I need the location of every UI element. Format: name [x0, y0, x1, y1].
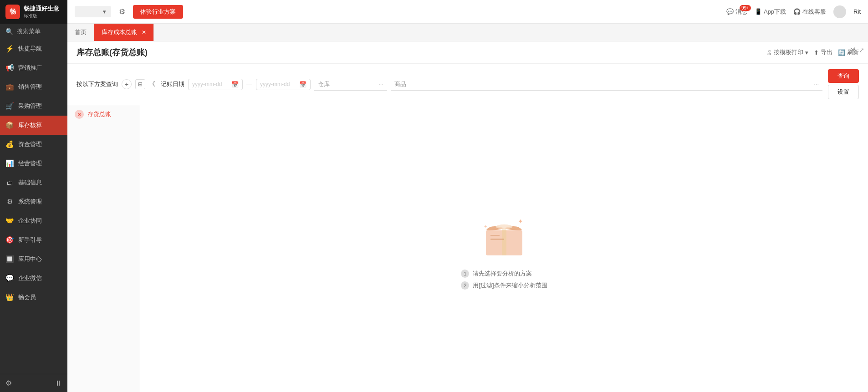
app-download-label: App下载 [764, 8, 786, 16]
export-icon: ⬆ [814, 49, 819, 56]
chevron-down-icon: ▾ [103, 8, 106, 15]
tab-home[interactable]: 首页 [67, 24, 94, 41]
page-content: 库存总账(存货总账) 🖨 按模板打印 ▾ ⬆ 导出 🔄 刷新 [67, 41, 868, 392]
topbar: ▾ ⚙ 体验行业方案 💬 消息 99+ 📱 App下载 🎧 在线客服 Rit [67, 0, 868, 24]
nav-label-system: 系统管理 [18, 198, 42, 206]
marketing-icon: 📢 [5, 64, 14, 72]
print-icon: 🖨 [766, 49, 772, 56]
topbar-selector[interactable]: ▾ [75, 6, 111, 17]
sidebar-item-purchase[interactable]: 🛒 采购管理 [0, 97, 67, 116]
nav-label-marketing: 营销推广 [18, 64, 42, 72]
logo-icon: 畅 [5, 5, 20, 19]
sidebar-item-inventory[interactable]: 📦 库存核算 [0, 116, 67, 135]
nav-label-vip: 畅会员 [18, 293, 36, 301]
sidebar: 畅 畅捷通好生意 标准版 🔍 搜索菜单 ⚡ 快捷导航 📢 营销推广 💼 销售管理… [0, 0, 67, 392]
sidebar-item-cooperation[interactable]: 🤝 企业协同 [0, 211, 67, 230]
svg-rect-3 [490, 239, 504, 240]
nav-label-basic: 基础信息 [18, 178, 42, 187]
finance-icon: 💰 [5, 140, 14, 148]
user-avatar[interactable] [833, 5, 846, 18]
message-icon: 💬 [726, 8, 734, 15]
empty-box-svg: ✦ ✦ [477, 208, 531, 262]
sidebar-item-guide[interactable]: 🎯 新手引导 [0, 230, 67, 249]
online-service-label: 在线客服 [802, 8, 826, 16]
query-btn[interactable]: 查询 [828, 69, 859, 83]
sidebar-item-appstore[interactable]: 🔲 应用中心 [0, 249, 67, 269]
search-icon: 🔍 [5, 28, 13, 35]
export-label: 导出 [821, 48, 832, 56]
sidebar-bottom: ⚙ ⏸ [0, 374, 67, 392]
operations-icon: 📊 [5, 159, 14, 168]
search-menu-label: 搜索菜单 [17, 27, 41, 36]
app-name: 畅捷通好生意 [24, 5, 59, 13]
panel-close-btn[interactable]: ✕ [849, 45, 856, 55]
sidebar-collapse-btn[interactable]: ⏸ [55, 379, 62, 387]
nav-label-purchase: 采购管理 [18, 102, 42, 110]
sidebar-item-finance[interactable]: 💰 资金管理 [0, 135, 67, 154]
filter-add-btn[interactable]: + [122, 79, 132, 89]
sidebar-item-sales[interactable]: 💼 销售管理 [0, 77, 67, 97]
calendar-end-icon[interactable]: 📅 [299, 81, 306, 88]
date-end-input[interactable]: yyyy-mm-dd 📅 [256, 79, 311, 90]
app-logo: 畅 畅捷通好生意 标准版 [0, 0, 67, 24]
topbar-settings-btn[interactable]: ⚙ [115, 5, 129, 19]
search-menu-item[interactable]: 🔍 搜索菜单 [0, 24, 67, 39]
calendar-start-icon[interactable]: 📅 [231, 81, 239, 88]
warehouse-field[interactable]: 仓库 ··· [314, 78, 387, 91]
tab-close-btn[interactable]: ✕ [142, 29, 146, 36]
trial-btn[interactable]: 体验行业方案 [133, 5, 183, 19]
sidebar-item-vip[interactable]: 👑 畅会员 [0, 288, 67, 307]
content-area: ⊙ 存货总账 [67, 105, 868, 392]
phone-icon: 📱 [755, 8, 762, 15]
settings-sm-btn[interactable]: 设置 [828, 85, 859, 99]
empty-tips: 1 请先选择要分析的方案 2 用[过滤]条件来缩小分析范围 [461, 270, 547, 290]
sidebar-item-system[interactable]: ⚙ 系统管理 [0, 192, 67, 211]
app-version: 标准版 [24, 13, 59, 19]
date-field-label: 记账日期 [161, 80, 184, 88]
empty-tip-1: 1 请先选择要分析的方案 [461, 270, 547, 278]
date-start-input[interactable]: yyyy-mm-dd 📅 [188, 79, 243, 90]
wechat-icon: 💬 [5, 274, 14, 282]
app-download-item[interactable]: 📱 App下载 [755, 8, 786, 16]
nav-label-operations: 经营管理 [18, 159, 42, 168]
print-label: 按模板打印 [774, 48, 803, 56]
empty-tip-2: 2 用[过滤]条件来缩小分析范围 [461, 281, 547, 290]
nav-label-finance: 资金管理 [18, 140, 42, 148]
nav-label-appstore: 应用中心 [18, 255, 42, 263]
warehouse-label: 仓库 [318, 80, 330, 88]
warehouse-more-icon[interactable]: ··· [378, 81, 383, 87]
goods-field[interactable]: 商品 ··· [391, 78, 822, 91]
nav-label-guide: 新手引导 [18, 236, 42, 244]
scheme-item-icon: ⊙ [75, 110, 84, 119]
tab-inventory-ledger[interactable]: 库存成本总账 ✕ [94, 24, 154, 41]
online-service-item[interactable]: 🎧 在线客服 [793, 8, 826, 16]
date-range-separator: — [246, 81, 252, 88]
message-item[interactable]: 💬 消息 99+ [726, 8, 747, 16]
inventory-icon: 📦 [5, 121, 14, 129]
appstore-icon: 🔲 [5, 255, 14, 263]
sidebar-item-wechat[interactable]: 💬 企业微信 [0, 269, 67, 288]
filter-schema-btn[interactable]: ⊟ [135, 79, 145, 89]
selector-text [79, 8, 101, 15]
nav-label-cooperation: 企业协同 [18, 217, 42, 225]
refresh-icon: 🔄 [838, 49, 845, 56]
logo-text: 畅捷通好生意 标准版 [24, 5, 59, 19]
export-btn[interactable]: ⬆ 导出 [814, 48, 832, 56]
sidebar-settings-btn[interactable]: ⚙ [5, 379, 12, 387]
scheme-item-inventory-ledger[interactable]: ⊙ 存货总账 [67, 105, 140, 123]
svg-rect-2 [490, 235, 500, 236]
sidebar-item-basic[interactable]: 🗂 基础信息 [0, 173, 67, 192]
tip-num-1: 1 [461, 270, 469, 278]
panel-resize-btn[interactable]: ⤢ [859, 46, 864, 54]
sales-icon: 💼 [5, 83, 14, 91]
filter-collapse-btn[interactable]: 《 [149, 80, 155, 88]
print-btn[interactable]: 🖨 按模板打印 ▾ [766, 48, 808, 56]
sidebar-item-quick-nav[interactable]: ⚡ 快捷导航 [0, 39, 67, 58]
top-right-btns: ✕ ⤢ [849, 45, 864, 55]
tip-text-2: 用[过滤]条件来缩小分析范围 [473, 281, 547, 290]
sidebar-item-marketing[interactable]: 📢 营销推广 [0, 58, 67, 77]
basic-icon: 🗂 [5, 179, 14, 187]
filter-bar: 按以下方案查询 + ⊟ 《 记账日期 yyyy-mm-dd 📅 — yyyy-m… [67, 64, 868, 105]
sidebar-item-operations[interactable]: 📊 经营管理 [0, 154, 67, 173]
goods-more-icon[interactable]: ··· [814, 81, 819, 87]
